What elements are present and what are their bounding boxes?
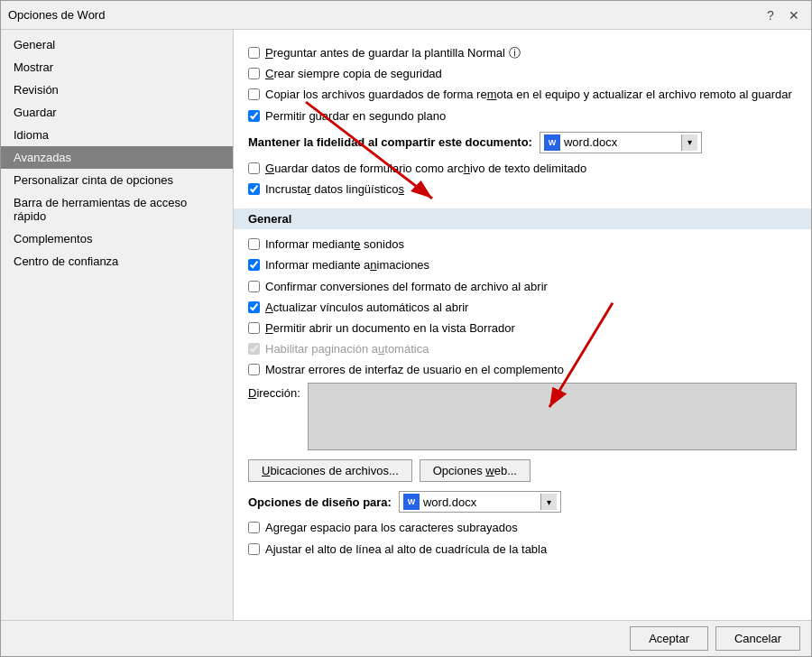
sidebar-item-complementos[interactable]: Complementos <box>1 227 233 250</box>
accept-button[interactable]: Aceptar <box>630 626 708 651</box>
option-ajustar-alto: Ajustar el alto de línea al alto de cuad… <box>248 541 797 558</box>
direccion-row: Dirección: <box>248 383 797 450</box>
label-permitir-abrir: Permitir abrir un documento en la vista … <box>265 320 515 337</box>
option-animaciones: Informar mediante animaciones <box>248 257 797 273</box>
design-row: Opciones de diseño para: W word.docx ▾ <box>248 491 797 513</box>
label-copiar-archivos: Copiar los archivos guardados de forma r… <box>265 87 792 103</box>
label-permitir-guardar: Permitir guardar en segundo plano <box>265 108 446 125</box>
label-actualizar: Actualizar vínculos automáticos al abrir <box>265 300 468 316</box>
sidebar-item-avanzadas[interactable]: Avanzadas <box>1 146 233 169</box>
direccion-box[interactable] <box>308 383 797 450</box>
design-word-icon: W <box>403 494 420 510</box>
sidebar-item-mostrar[interactable]: Mostrar <box>1 56 233 79</box>
sidebar-item-idioma[interactable]: Idioma <box>1 124 233 146</box>
sidebar-item-revision[interactable]: Revisión <box>1 79 233 101</box>
option-preguntar: Preguntar antes de guardar la plantilla … <box>248 45 797 61</box>
sidebar-item-barra[interactable]: Barra de herramientas de acceso rápido <box>1 191 233 227</box>
option-copiar-archivos: Copiar los archivos guardados de forma r… <box>248 87 797 103</box>
ubicaciones-button[interactable]: Ubicaciones de archivos... <box>248 459 412 482</box>
option-mostrar-errores: Mostrar errores de interfaz de usuario e… <box>248 362 797 378</box>
checkbox-permitir-abrir[interactable] <box>248 322 260 334</box>
design-dropdown[interactable]: W word.docx ▾ <box>399 491 561 513</box>
checkbox-sonidos[interactable] <box>248 238 260 250</box>
fidelity-dropdown[interactable]: W word.docx ▾ <box>540 132 702 153</box>
checkbox-guardar-datos[interactable] <box>248 162 260 174</box>
checkbox-agregar-espacio[interactable] <box>248 522 260 533</box>
title-bar-controls: ? ✕ <box>761 5 804 25</box>
content-inner: Preguntar antes de guardar la plantilla … <box>234 30 811 573</box>
label-animaciones: Informar mediante animaciones <box>265 257 429 273</box>
help-button[interactable]: ? <box>761 5 780 25</box>
sidebar: General Mostrar Revisión Guardar Idioma … <box>1 30 234 620</box>
checkbox-confirmar[interactable] <box>248 281 260 292</box>
dialog-body: General Mostrar Revisión Guardar Idioma … <box>1 30 811 620</box>
sidebar-item-personalizar[interactable]: Personalizar cinta de opciones <box>1 169 233 191</box>
sidebar-item-guardar[interactable]: Guardar <box>1 101 233 124</box>
sidebar-item-confianza[interactable]: Centro de confianza <box>1 250 233 273</box>
option-actualizar: Actualizar vínculos automáticos al abrir <box>248 300 797 316</box>
checkbox-crear-copia[interactable] <box>248 68 260 79</box>
buttons-row: Ubicaciones de archivos... Opciones web.… <box>248 459 797 482</box>
checkbox-incrustar[interactable] <box>248 183 260 195</box>
title-bar: Opciones de Word ? ✕ <box>1 1 811 30</box>
fidelity-row: Mantener la fidelidad al compartir este … <box>248 132 797 153</box>
label-confirmar: Confirmar conversiones del formato de ar… <box>265 279 548 295</box>
design-dropdown-arrow[interactable]: ▾ <box>540 494 557 510</box>
checkbox-mostrar-errores[interactable] <box>248 364 260 375</box>
option-permitir-abrir: Permitir abrir un documento en la vista … <box>248 320 797 337</box>
label-habilitar: Habilitar paginación automática <box>265 341 429 357</box>
option-sonidos: Informar mediante sonidos <box>248 236 797 253</box>
label-ajustar-alto: Ajustar el alto de línea al alto de cuad… <box>265 541 547 558</box>
label-sonidos: Informar mediante sonidos <box>265 236 404 253</box>
label-preguntar: Preguntar antes de guardar la plantilla … <box>265 45 521 61</box>
direccion-label: Dirección: <box>248 383 300 400</box>
dialog-footer: Aceptar Cancelar <box>1 620 811 656</box>
word-file-icon: W <box>544 134 560 151</box>
main-content: Preguntar antes de guardar la plantilla … <box>234 30 811 620</box>
sidebar-item-general[interactable]: General <box>1 33 233 56</box>
option-guardar-datos: Guardar datos de formulario como archivo… <box>248 161 797 177</box>
option-crear-copia: Crear siempre copia de seguridad <box>248 66 797 82</box>
option-incrustar: Incrustar datos lingüísticos <box>248 181 797 198</box>
option-confirmar: Confirmar conversiones del formato de ar… <box>248 279 797 295</box>
label-mostrar-errores: Mostrar errores de interfaz de usuario e… <box>265 362 564 378</box>
checkbox-ajustar-alto[interactable] <box>248 543 260 555</box>
checkbox-permitir-guardar[interactable] <box>248 110 260 122</box>
option-agregar-espacio: Agregar espacio para los caracteres subr… <box>248 520 797 536</box>
label-crear-copia: Crear siempre copia de seguridad <box>265 66 442 82</box>
dialog-title: Opciones de Word <box>8 8 105 22</box>
cancel-button[interactable]: Cancelar <box>715 626 800 651</box>
fidelity-dropdown-arrow[interactable]: ▾ <box>681 134 697 151</box>
fidelity-filename: word.docx <box>564 135 678 149</box>
checkbox-preguntar[interactable] <box>248 47 260 59</box>
label-incrustar: Incrustar datos lingüísticos <box>265 181 404 198</box>
word-options-dialog: Opciones de Word ? ✕ General Mostrar Rev… <box>0 0 812 657</box>
checkbox-habilitar[interactable] <box>248 343 260 355</box>
close-button[interactable]: ✕ <box>784 5 804 25</box>
checkbox-actualizar[interactable] <box>248 301 260 313</box>
checkbox-copiar-archivos[interactable] <box>248 88 260 100</box>
fidelity-label: Mantener la fidelidad al compartir este … <box>248 135 532 149</box>
design-filename: word.docx <box>423 495 537 509</box>
option-permitir-guardar: Permitir guardar en segundo plano <box>248 108 797 125</box>
label-guardar-datos: Guardar datos de formulario como archivo… <box>265 161 586 177</box>
option-habilitar: Habilitar paginación automática <box>248 341 797 357</box>
label-agregar-espacio: Agregar espacio para los caracteres subr… <box>265 520 518 536</box>
opciones-web-button[interactable]: Opciones web... <box>420 459 531 482</box>
general-section-header: General <box>234 208 811 229</box>
checkbox-animaciones[interactable] <box>248 259 260 271</box>
design-label: Opciones de diseño para: <box>248 495 392 509</box>
